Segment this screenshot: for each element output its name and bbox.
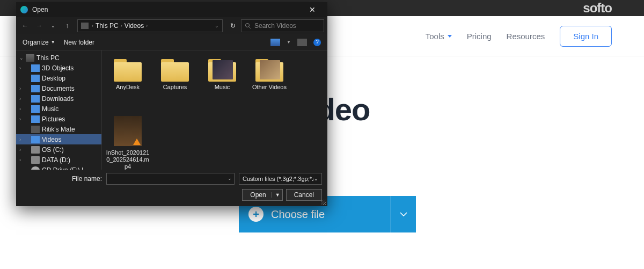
folder-icon (31, 105, 40, 113)
choose-file-dropdown[interactable] (390, 196, 416, 232)
dialog-nav-bar: ← → ⌄ ↑ › This PC › Videos › ⌄ ↻ Search … (16, 17, 327, 34)
dialog-titlebar[interactable]: Open ✕ (16, 2, 327, 17)
chevron-down-icon (400, 212, 407, 216)
tree-data-d[interactable]: ›DATA (D:) (16, 155, 101, 165)
folder-icon (31, 115, 40, 123)
search-input[interactable]: Search Videos (241, 19, 324, 32)
address-bar[interactable]: › This PC › Videos › ⌄ (77, 19, 223, 32)
search-placeholder: Search Videos (254, 22, 296, 30)
preview-pane-button[interactable] (297, 39, 307, 46)
address-history-dropdown[interactable]: ⌄ (215, 23, 219, 28)
expand-icon[interactable]: › (19, 66, 26, 71)
refresh-button[interactable]: ↻ (227, 22, 239, 30)
file-open-dialog: Open ✕ ← → ⌄ ↑ › This PC › Videos › ⌄ ↻ … (16, 2, 327, 206)
file-label: Captures (162, 84, 188, 91)
tree-label: Music (42, 105, 58, 113)
view-options-button[interactable] (270, 39, 280, 46)
video-thumbnail-icon (114, 116, 142, 146)
tree-downloads[interactable]: ›Downloads (16, 93, 101, 104)
search-icon (245, 23, 251, 29)
file-anydesk[interactable]: AnyDesk (104, 55, 151, 114)
expand-icon[interactable]: › (19, 96, 26, 101)
tree-ritiks-mate[interactable]: Ritik's Mate (16, 124, 101, 134)
nav-pricing[interactable]: Pricing (467, 32, 492, 41)
expand-icon[interactable]: › (19, 157, 26, 163)
breadcrumb-sep-icon: › (92, 23, 93, 28)
open-button[interactable]: Open ▼ (242, 189, 282, 201)
expand-icon[interactable]: › (19, 86, 26, 91)
tree-music[interactable]: ›Music (16, 104, 101, 114)
help-icon[interactable]: ? (313, 39, 321, 46)
chevron-down-icon: ▼ (51, 40, 55, 45)
tree-os-c[interactable]: ›OS (C:) (16, 144, 101, 155)
file-other-videos[interactable]: Other Videos (246, 55, 293, 114)
close-button[interactable]: ✕ (302, 5, 323, 14)
tree-label: Ritik's Mate (42, 126, 75, 133)
cancel-button[interactable]: Cancel (286, 189, 322, 201)
forward-button[interactable]: → (33, 20, 45, 32)
resize-grip[interactable] (321, 200, 326, 205)
breadcrumb-videos[interactable]: Videos (125, 22, 144, 30)
tree-label: DATA (D:) (42, 156, 70, 164)
drive-icon (31, 146, 40, 154)
folder-icon (31, 95, 40, 103)
chevron-down-icon: ▼ (287, 40, 291, 45)
folder-icon (208, 57, 236, 81)
svg-line-1 (249, 27, 251, 28)
folder-icon (31, 126, 40, 133)
file-type-filter[interactable]: Custom files (*.3g2;*.3gp;*.aaf;*. ⌄ (239, 173, 322, 185)
nav-tools[interactable]: Tools (426, 32, 452, 41)
tree-label: Desktop (42, 75, 65, 82)
expand-icon[interactable]: › (19, 117, 26, 122)
tree-this-pc[interactable]: ⌄ This PC (16, 53, 101, 63)
file-list[interactable]: AnyDesk Captures Music Other Videos InSh… (102, 50, 327, 170)
tree-label: Pictures (42, 115, 65, 123)
dialog-body: ⌄ This PC ›3D Objects Desktop ›Documents… (16, 50, 327, 170)
open-dropdown-icon[interactable]: ▼ (272, 192, 280, 198)
nav-tools-label: Tools (426, 32, 444, 41)
expand-icon[interactable]: › (19, 147, 26, 152)
chevron-down-icon[interactable]: ⌄ (228, 176, 232, 181)
chevron-down-icon (448, 35, 452, 38)
tree-label: Downloads (42, 95, 74, 103)
file-name-input[interactable]: ⌄ (106, 173, 235, 185)
file-music[interactable]: Music (199, 55, 246, 114)
open-label: Open (250, 191, 266, 199)
signin-button[interactable]: Sign In (560, 26, 612, 47)
tree-label: 3D Objects (42, 64, 74, 72)
organize-menu[interactable]: Organize ▼ (23, 39, 55, 46)
file-captures[interactable]: Captures (151, 55, 199, 114)
file-inshot-video[interactable]: InShot_20201210_202524614.mp4 (104, 114, 151, 170)
breadcrumb-this-pc[interactable]: This PC (96, 22, 119, 30)
up-button[interactable]: ↑ (61, 20, 73, 32)
breadcrumb-sep-icon: › (146, 23, 148, 28)
tree-documents[interactable]: ›Documents (16, 83, 101, 93)
tree-desktop[interactable]: Desktop (16, 73, 101, 83)
tree-pictures[interactable]: ›Pictures (16, 114, 101, 124)
tree-videos[interactable]: ›Videos (16, 134, 101, 144)
tree-3d-objects[interactable]: ›3D Objects (16, 63, 101, 73)
tree-cd-drive[interactable]: CD Drive (F:) I (16, 165, 101, 170)
folder-icon (161, 57, 189, 81)
collapse-icon[interactable]: ⌄ (19, 55, 26, 61)
folder-icon (31, 64, 40, 72)
recent-locations-dropdown[interactable]: ⌄ (47, 20, 59, 32)
nav-resources[interactable]: Resources (507, 32, 545, 41)
dialog-footer: File name: ⌄ Custom files (*.3g2;*.3gp;*… (16, 170, 327, 206)
file-name-label: File name: (21, 175, 102, 183)
tree-label: Videos (42, 136, 61, 143)
plus-icon: + (248, 207, 264, 222)
folder-tree: ⌄ This PC ›3D Objects Desktop ›Documents… (16, 50, 102, 170)
tree-label: This PC (36, 54, 60, 62)
choose-file-label: Choose file (271, 208, 325, 221)
new-folder-button[interactable]: New folder (64, 39, 94, 46)
file-label: Music (214, 84, 231, 91)
expand-icon[interactable]: › (19, 137, 26, 142)
dialog-title: Open (32, 6, 48, 13)
pc-icon (26, 54, 34, 62)
expand-icon[interactable]: › (19, 106, 26, 112)
back-button[interactable]: ← (19, 20, 31, 32)
file-label: InShot_20201210_202524614.mp4 (104, 149, 151, 170)
breadcrumb-sep-icon: › (121, 23, 122, 28)
drive-icon (31, 156, 40, 164)
